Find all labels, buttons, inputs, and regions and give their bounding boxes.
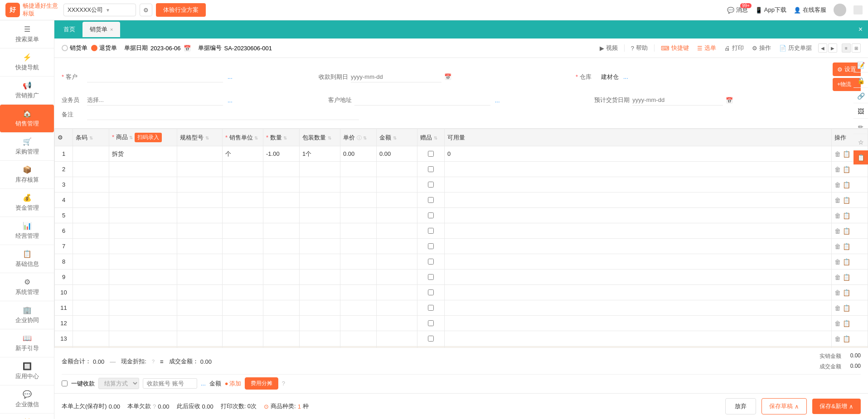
tab-close-icon[interactable]: ×: [110, 27, 113, 32]
sidebar-item-operations[interactable]: 📊 经营管理: [0, 217, 54, 245]
row-7-delete-button[interactable]: 🗑: [834, 243, 841, 250]
row-10-copy-button[interactable]: 📋: [843, 289, 850, 296]
row-1-delete-button[interactable]: 🗑: [834, 150, 841, 158]
row-1-pkg-qty[interactable]: 1个: [300, 146, 340, 162]
row-1-unit[interactable]: 个: [223, 146, 263, 162]
row-1-gift-checkbox[interactable]: [428, 151, 434, 157]
operation-button[interactable]: ⚙ 操作: [750, 43, 773, 53]
row-12-gift-checkbox[interactable]: [428, 320, 434, 326]
row-13-gift-checkbox[interactable]: [428, 336, 434, 342]
row-4-delete-button[interactable]: 🗑: [834, 197, 841, 204]
payment-account-input[interactable]: [143, 378, 197, 389]
row-3-delete-button[interactable]: 🗑: [834, 181, 841, 188]
customer-address-input[interactable]: [354, 95, 490, 106]
pkg-sort-icon[interactable]: ⇅: [328, 135, 331, 140]
sidebar-item-quick-nav[interactable]: ⚡ 快捷导航: [0, 48, 54, 77]
help-info-icon[interactable]: ?: [152, 359, 155, 364]
price-info-icon[interactable]: ⓘ: [357, 135, 362, 140]
payment-date-calendar-icon[interactable]: 📅: [444, 73, 451, 80]
row-6-copy-button[interactable]: 📋: [843, 227, 850, 235]
row-10-delete-button[interactable]: 🗑: [834, 289, 841, 296]
row-7-gift-checkbox[interactable]: [428, 243, 434, 249]
grid-view-button[interactable]: ⊞: [852, 43, 861, 53]
salesperson-input[interactable]: [87, 95, 223, 106]
row-7-copy-button[interactable]: 📋: [843, 243, 850, 250]
row-9-copy-button[interactable]: 📋: [843, 274, 850, 281]
salesperson-dots[interactable]: ...: [228, 97, 233, 104]
history-button[interactable]: 📄 历史单据: [777, 43, 814, 53]
return-order-radio[interactable]: 退货单: [91, 44, 117, 52]
row-1-qty[interactable]: -1.00: [263, 146, 300, 162]
add-payment-button[interactable]: ● 添加: [225, 380, 241, 388]
row-8-copy-button[interactable]: 📋: [843, 258, 850, 265]
company-selector[interactable]: XXXXXX公司 ▼: [63, 4, 136, 16]
barcode-sort-icon[interactable]: ⇅: [89, 135, 93, 140]
row-8-delete-button[interactable]: 🗑: [834, 258, 841, 265]
sidebar-item-sales[interactable]: 🏠 销售管理: [0, 105, 54, 133]
row-1-barcode[interactable]: [73, 146, 109, 162]
help-button[interactable]: ? 帮助: [629, 43, 650, 53]
note-float-button[interactable]: 📝: [853, 58, 868, 72]
trial-button[interactable]: 体验行业方案: [156, 3, 206, 17]
one-click-payment-checkbox[interactable]: [62, 380, 68, 386]
row-13-delete-button[interactable]: 🗑: [834, 335, 841, 342]
sidebar-item-basic[interactable]: 📋 基础信息: [0, 245, 54, 273]
product-sort-icon[interactable]: ⇅: [129, 135, 133, 140]
row-2-copy-button[interactable]: 📋: [843, 166, 850, 173]
print-button[interactable]: 🖨 打印: [723, 43, 746, 53]
th-settings[interactable]: ⚙: [55, 129, 73, 146]
row-5-gift-checkbox[interactable]: [428, 212, 434, 218]
qty-sort-icon[interactable]: ⇅: [283, 135, 287, 140]
star-float-button[interactable]: ☆: [853, 135, 868, 149]
row-3-gift-checkbox[interactable]: [428, 182, 434, 188]
row-8-gift-checkbox[interactable]: [428, 259, 434, 265]
sidebar-item-system[interactable]: ⚙ 系统管理: [0, 273, 54, 301]
edit-float-button[interactable]: ✏: [853, 120, 868, 134]
page-next-button[interactable]: ▶: [828, 43, 837, 53]
app-download-button[interactable]: 📱 App下载: [755, 6, 786, 14]
save-new-button[interactable]: 保存&新增 ∧: [812, 399, 861, 414]
payment-dots[interactable]: ...: [201, 380, 206, 387]
unit-sort-icon[interactable]: ⇅: [254, 135, 258, 140]
row-5-copy-button[interactable]: 📋: [843, 212, 850, 219]
sidebar-item-purchase[interactable]: 🛒 采购管理: [0, 133, 54, 161]
sidebar-item-member[interactable]: 👑 畅会员: [0, 414, 54, 419]
lock-float-button[interactable]: 🔒: [853, 73, 868, 88]
tab-sales-order[interactable]: 销货单 ×: [82, 22, 120, 37]
row-4-copy-button[interactable]: 📋: [843, 197, 850, 204]
shortcut-button[interactable]: ⌨ 快捷键: [659, 43, 691, 53]
payment-method-select[interactable]: 结算方式: [98, 378, 139, 389]
expected-date-input[interactable]: [632, 95, 723, 106]
row-11-copy-button[interactable]: 📋: [843, 304, 850, 312]
sidebar-item-guide[interactable]: 📖 新手引导: [0, 329, 54, 357]
tab-home[interactable]: 首页: [56, 22, 82, 37]
row-1-price[interactable]: 0.00: [340, 146, 377, 162]
row-11-delete-button[interactable]: 🗑: [834, 304, 841, 312]
price-sort-icon[interactable]: ⇅: [363, 135, 367, 140]
discard-button[interactable]: 放弃: [725, 398, 756, 414]
customer-address-dots[interactable]: ...: [495, 97, 500, 104]
gift-sort-icon[interactable]: ⇅: [434, 135, 437, 140]
message-button[interactable]: 💬 消息 99+: [727, 6, 748, 14]
sidebar-item-inventory[interactable]: 📦 库存核算: [0, 161, 54, 189]
video-button[interactable]: ▶ 视频: [598, 43, 620, 53]
row-12-copy-button[interactable]: 📋: [843, 320, 850, 327]
row-13-copy-button[interactable]: 📋: [843, 335, 850, 342]
row-1-product[interactable]: 拆货: [109, 146, 177, 162]
sidebar-item-wechat[interactable]: 💬 企业微信: [0, 385, 54, 414]
scan-button[interactable]: 扫码录入: [135, 133, 162, 142]
warehouse-dots[interactable]: ...: [623, 73, 628, 80]
row-1-spec[interactable]: [177, 146, 223, 162]
row-3-copy-button[interactable]: 📋: [843, 181, 850, 188]
user-menu-icon[interactable]: [853, 5, 863, 14]
sidebar-item-enterprise[interactable]: 🏢 企业协同: [0, 301, 54, 329]
sidebar-item-finance[interactable]: 💰 资金管理: [0, 189, 54, 217]
report-float-button[interactable]: 📋: [853, 150, 868, 165]
expected-date-calendar-icon[interactable]: 📅: [726, 97, 733, 104]
remark-input[interactable]: [87, 109, 359, 120]
row-2-delete-button[interactable]: 🗑: [834, 166, 841, 173]
cumulative-debt-help-icon[interactable]: ?: [153, 403, 156, 410]
save-draft-button[interactable]: 保存草稿 ∧: [761, 398, 807, 414]
customer-dots[interactable]: ...: [228, 73, 233, 80]
row-1-copy-button[interactable]: 📋: [843, 150, 850, 158]
